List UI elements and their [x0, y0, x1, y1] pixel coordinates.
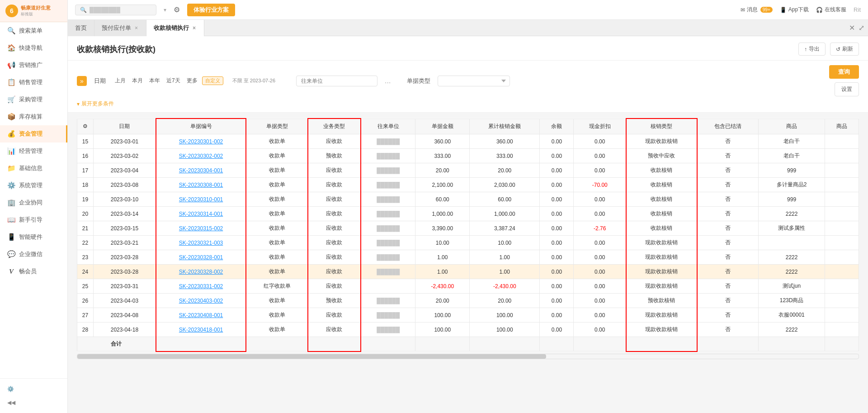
- cell-cumulative-verify: 1.00: [470, 250, 540, 265]
- cell-bill-type: 收款单: [246, 163, 308, 178]
- bill-no-link[interactable]: SK-20230328-001: [179, 254, 223, 261]
- sidebar-item-basic-info[interactable]: 📁 基础信息: [0, 160, 67, 177]
- topbar-search[interactable]: 🔍 ████████: [75, 5, 156, 15]
- cell-bill-type: 收款单: [246, 323, 308, 337]
- partner-input[interactable]: [296, 76, 377, 86]
- bill-no-link[interactable]: SK-20230308-001: [179, 182, 223, 188]
- sidebar-item-label: 快捷导航: [19, 44, 42, 52]
- bill-no-link[interactable]: SK-20230403-002: [179, 298, 223, 304]
- sidebar-item-wechat[interactable]: 💬 企业微信: [0, 246, 67, 263]
- cell-date: 2023-03-04: [94, 163, 156, 178]
- cell-cash-discount: 0.00: [574, 250, 626, 265]
- cell-cumulative-verify: 1,000.00: [470, 207, 540, 221]
- cell-partner: ██████: [361, 149, 415, 163]
- cell-bill-amount: 2,100.00: [415, 178, 470, 192]
- message-btn[interactable]: ✉ 消息 99+: [741, 6, 773, 14]
- cell-include-settled: 否: [697, 207, 759, 221]
- cell-bill-no: SK-20230331-002: [156, 279, 246, 294]
- cell-cash-discount: -70.00: [574, 178, 626, 192]
- operations-icon: 📊: [7, 147, 15, 155]
- tab-prepay-bill[interactable]: 预付应付单 ×: [94, 20, 146, 36]
- cell-include-settled: 否: [697, 221, 759, 236]
- sidebar-item-operations[interactable]: 📊 经营管理: [0, 142, 67, 160]
- bill-no-link[interactable]: SK-20230301-002: [179, 138, 223, 145]
- sidebar-item-enterprise[interactable]: 🏢 企业协同: [0, 194, 67, 211]
- sidebar-item-search-menu[interactable]: 🔍 搜索菜单: [0, 22, 67, 39]
- custom-btn[interactable]: 自定义: [202, 76, 223, 85]
- cell-no: 22: [77, 236, 94, 250]
- scrollbar-area[interactable]: [77, 354, 859, 359]
- cell-include-settled: 否: [697, 279, 759, 294]
- cell-biz-type: 应收款: [308, 163, 361, 178]
- expand-conditions-btn[interactable]: ▾ 展开更多条件: [77, 100, 859, 108]
- refresh-btn[interactable]: ↺ 刷新: [830, 43, 859, 56]
- search-icon: 🔍: [80, 7, 87, 13]
- tab-home[interactable]: 首页: [68, 20, 94, 36]
- bill-no-link[interactable]: SK-20230314-001: [179, 211, 223, 217]
- sidebar-item-member[interactable]: V 畅会员: [0, 263, 67, 280]
- cell-bill-no: SK-20230314-001: [156, 207, 246, 221]
- maximize-icon[interactable]: ⤢: [859, 24, 864, 32]
- sidebar-item-quick-nav[interactable]: 🏠 快捷导航: [0, 39, 67, 57]
- topbar-actions: ✉ 消息 99+ 📱 App下载 🎧 在线客服 Rit: [741, 6, 861, 14]
- cell-partner: ██████: [361, 178, 415, 192]
- sidebar-settings-btn[interactable]: ⚙️: [0, 382, 67, 396]
- th-gear[interactable]: ⚙: [77, 119, 94, 134]
- last-7days-btn[interactable]: 近7天: [165, 76, 182, 85]
- close-all-icon[interactable]: ✕: [849, 24, 855, 32]
- cell-no: 25: [77, 279, 94, 294]
- filter-dots: ...: [385, 77, 391, 85]
- export-btn[interactable]: ↑ 导出: [798, 43, 826, 56]
- this-year-btn[interactable]: 本年: [147, 76, 162, 85]
- cell-cash-discount: 0.00: [574, 192, 626, 207]
- cell-product2: [825, 134, 859, 149]
- query-btn[interactable]: 查询: [829, 65, 859, 79]
- sidebar-item-sales-mgmt[interactable]: 📋 销售管理: [0, 74, 67, 91]
- cell-biz-type: 应收款: [308, 265, 361, 279]
- this-month-btn[interactable]: 本月: [130, 76, 145, 85]
- finance-icon: 💰: [7, 130, 15, 138]
- cell-no: 18: [77, 178, 94, 192]
- tab-prepay-close[interactable]: ×: [134, 24, 139, 32]
- bill-no-link[interactable]: SK-20230304-001: [179, 167, 223, 174]
- bill-no-link[interactable]: SK-20230331-002: [179, 283, 223, 290]
- tab-collection-close[interactable]: ×: [192, 24, 197, 32]
- industry-solution-btn[interactable]: 体验行业方案: [187, 4, 235, 16]
- sidebar-item-marketing[interactable]: 📢 营销推广: [0, 57, 67, 74]
- cell-partner: ██████: [361, 236, 415, 250]
- bill-no-link[interactable]: SK-20230302-002: [179, 153, 223, 159]
- bill-no-link[interactable]: SK-20230315-002: [179, 225, 223, 232]
- bill-type-select[interactable]: [438, 76, 510, 86]
- bill-no-link[interactable]: SK-20230328-002: [179, 269, 223, 275]
- topbar-gear-icon[interactable]: ⚙: [174, 5, 180, 14]
- setting-btn[interactable]: 设置: [835, 82, 859, 96]
- cell-no: 24: [77, 265, 94, 279]
- bill-no-link[interactable]: SK-20230408-001: [179, 312, 223, 318]
- sidebar-item-purchase-mgmt[interactable]: 🛒 采购管理: [0, 91, 67, 108]
- cell-partner: ██████: [361, 323, 415, 337]
- sidebar-item-system-mgmt[interactable]: ⚙️ 系统管理: [0, 177, 67, 194]
- cell-date: 2023-03-14: [94, 207, 156, 221]
- logo-text: 畅康道好生意 标推版: [21, 5, 51, 17]
- bill-no-link[interactable]: SK-20230418-001: [179, 327, 223, 333]
- bill-no-link[interactable]: SK-20230321-003: [179, 240, 223, 246]
- th-balance: 余额: [540, 119, 574, 134]
- scrollbar-thumb[interactable]: [77, 354, 546, 359]
- app-download-btn[interactable]: 📱 App下载: [780, 6, 809, 14]
- sidebar-item-inventory[interactable]: 📦 库存核算: [0, 108, 67, 125]
- bill-no-link[interactable]: SK-20230310-001: [179, 196, 223, 203]
- sidebar-item-guide[interactable]: 📖 新手引导: [0, 211, 67, 228]
- sidebar-item-label: 库存核算: [19, 113, 42, 121]
- online-service-btn[interactable]: 🎧 在线客服: [816, 6, 846, 14]
- more-btn[interactable]: 更多: [185, 76, 199, 85]
- headset-icon: 🎧: [816, 7, 823, 13]
- last-month-btn[interactable]: 上月: [113, 76, 127, 85]
- filter-toggle-btn[interactable]: »: [77, 76, 87, 86]
- sidebar-item-smart-hw[interactable]: 📱 智能硬件: [0, 228, 67, 246]
- tab-collection-verify[interactable]: 收款核销执行 ×: [146, 20, 204, 36]
- sidebar-item-finance[interactable]: 💰 资金管理: [0, 125, 67, 142]
- topbar-dropdown-arrow[interactable]: ▾: [164, 7, 166, 13]
- sidebar-collapse-btn[interactable]: ◀◀: [0, 396, 67, 409]
- cell-product2: [825, 265, 859, 279]
- sum-product2: [825, 337, 859, 351]
